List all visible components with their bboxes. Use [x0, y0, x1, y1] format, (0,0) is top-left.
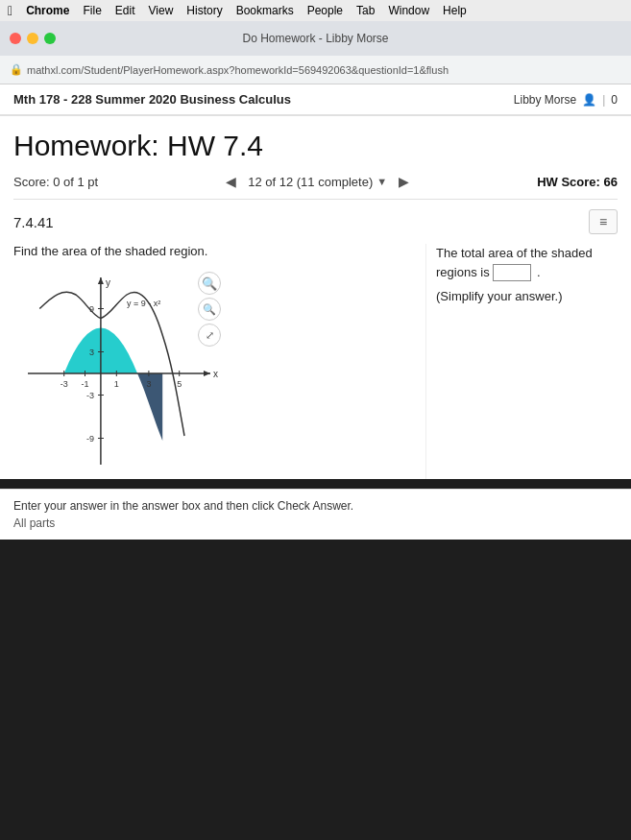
maximize-button[interactable] — [44, 33, 56, 44]
course-header: Mth 178 - 228 Summer 2020 Business Calcu… — [0, 84, 631, 116]
graph-container: -3 -1 1 3 5 9 — [13, 268, 225, 479]
user-name: Libby Morse — [514, 93, 576, 107]
chrome-titlebar: Do Homework - Libby Morse — [0, 21, 631, 56]
extra-info: 0 — [611, 93, 618, 107]
user-info: Libby Morse 👤 | 0 — [514, 93, 618, 107]
list-icon-button[interactable]: ≡ — [589, 209, 618, 234]
zoom-in-button[interactable]: 🔍 — [198, 272, 221, 295]
nav-position: 12 of 12 (11 complete) — [248, 175, 373, 189]
y-label-9: 9 — [89, 304, 94, 314]
nav-text: 12 of 12 (11 complete) ▼ — [248, 175, 387, 189]
expand-icon: ⤢ — [206, 329, 214, 342]
problem-row: 7.4.41 ≡ — [13, 209, 618, 234]
problem-right: The total area of the shaded regions is … — [425, 244, 618, 479]
hw-score: HW Score: 66 — [537, 175, 618, 189]
problem-left: Find the area of the shaded region. — [13, 244, 425, 479]
prev-arrow[interactable]: ◀ — [222, 172, 240, 191]
tab-title: Do Homework - Libby Morse — [242, 32, 388, 45]
next-arrow[interactable]: ▶ — [395, 172, 413, 191]
x-label-3: 3 — [146, 379, 151, 389]
separator: | — [602, 93, 605, 107]
url-text: mathxl.com/Student/PlayerHomework.aspx?h… — [27, 64, 449, 76]
bottom-instruction: Enter your answer in the answer box and … — [13, 499, 618, 513]
graph-svg: -3 -1 1 3 5 9 — [13, 268, 225, 479]
menu-window[interactable]: Window — [388, 4, 429, 17]
menu-view[interactable]: View — [149, 4, 174, 17]
simplify-note: (Simplify your answer.) — [436, 287, 618, 306]
y-label--9: -9 — [86, 434, 94, 444]
zoom-in-icon: 🔍 — [202, 276, 217, 291]
menu-people[interactable]: People — [307, 4, 343, 17]
zoom-out-button[interactable]: 🔍 — [198, 298, 221, 321]
menu-edit[interactable]: Edit — [115, 4, 135, 17]
expand-button[interactable]: ⤢ — [198, 324, 221, 347]
menu-history[interactable]: History — [186, 4, 222, 17]
answer-prompt: The total area of the shaded regions is … — [436, 244, 618, 281]
zoom-out-icon: 🔍 — [203, 303, 216, 316]
x-label--1: -1 — [81, 379, 88, 389]
homework-title: Homework: HW 7.4 — [13, 130, 618, 162]
lock-icon: 🔒 — [10, 63, 23, 76]
problem-instruction: Find the area of the shaded region. — [13, 244, 416, 258]
y-axis-label: y — [106, 277, 110, 288]
minimize-button[interactable] — [27, 33, 38, 44]
problem-number: 7.4.41 — [13, 214, 54, 230]
parts-label: All parts — [13, 516, 618, 530]
close-button[interactable] — [10, 33, 21, 44]
y-label--3: -3 — [86, 391, 94, 400]
x-label-1: 1 — [114, 379, 119, 389]
mac-menubar:  Chrome File Edit View History Bookmark… — [0, 0, 631, 21]
score-label: Score: 0 of 1 pt — [13, 175, 98, 189]
graph-overlay-buttons: 🔍 🔍 ⤢ — [198, 272, 221, 347]
user-icon: 👤 — [582, 93, 596, 107]
x-label-5: 5 — [177, 379, 182, 389]
menu-help[interactable]: Help — [443, 4, 467, 17]
main-content: Homework: HW 7.4 Score: 0 of 1 pt ◀ 12 o… — [0, 116, 631, 479]
score-nav-row: Score: 0 of 1 pt ◀ 12 of 12 (11 complete… — [13, 172, 618, 200]
address-bar[interactable]: 🔒 mathxl.com/Student/PlayerHomework.aspx… — [0, 56, 631, 84]
nav-controls: ◀ 12 of 12 (11 complete) ▼ ▶ — [222, 172, 413, 191]
nav-dropdown-icon[interactable]: ▼ — [376, 176, 387, 187]
answer-prompt-text-2: . — [537, 265, 541, 279]
traffic-lights — [10, 33, 56, 44]
answer-area: Enter your answer in the answer box and … — [0, 489, 631, 540]
y-label-3: 3 — [89, 348, 94, 357]
list-icon: ≡ — [599, 214, 607, 229]
menu-bookmarks[interactable]: Bookmarks — [236, 4, 294, 17]
menu-tab[interactable]: Tab — [356, 4, 375, 17]
equation-label: y = 9 - x² — [127, 299, 160, 308]
answer-input-box[interactable] — [493, 264, 531, 281]
course-title: Mth 178 - 228 Summer 2020 Business Calcu… — [13, 92, 291, 107]
x-label--3: -3 — [61, 379, 68, 389]
menu-file[interactable]: File — [83, 4, 101, 17]
apple-menu[interactable]:  — [8, 3, 12, 18]
x-axis-label: x — [213, 369, 218, 379]
problem-area: Find the area of the shaded region. — [13, 244, 618, 479]
menu-chrome[interactable]: Chrome — [26, 4, 69, 17]
